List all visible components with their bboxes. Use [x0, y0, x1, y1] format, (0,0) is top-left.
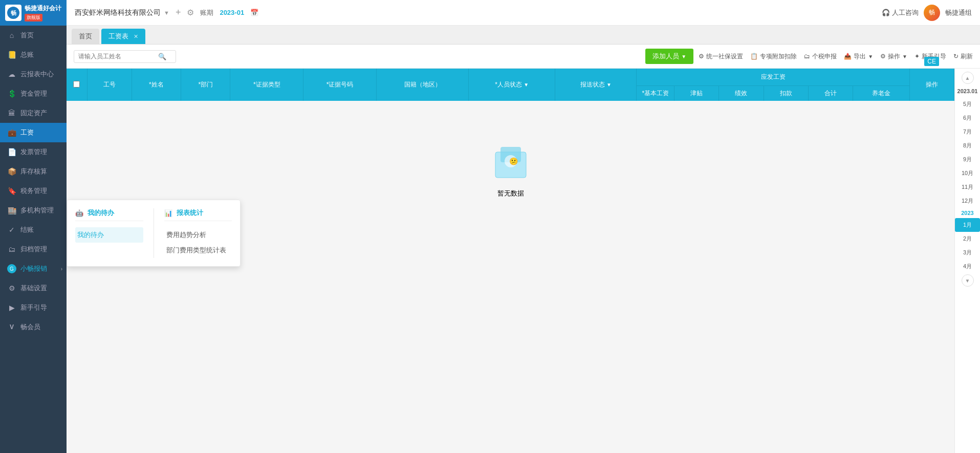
- sidebar-item-cloud-reports[interactable]: ☁ 云报表中心: [0, 64, 67, 84]
- period-7[interactable]: 7月: [955, 125, 980, 139]
- sidebar-item-label: 工资: [20, 128, 34, 137]
- period-5[interactable]: 5月: [955, 97, 980, 111]
- logo-icon: 畅: [5, 5, 21, 21]
- refresh-btn[interactable]: ↻ 刷新: [953, 52, 973, 61]
- special-deduction-btn[interactable]: 📋 专项附加扣除: [750, 52, 797, 61]
- period-11[interactable]: 11月: [955, 180, 980, 194]
- period-1[interactable]: 1月: [955, 218, 980, 232]
- col-deductions: 扣款: [764, 86, 808, 101]
- period-3[interactable]: 3月: [955, 246, 980, 260]
- sidebar-item-basic-settings[interactable]: ⚙ 基础设置: [0, 278, 67, 298]
- sidebar: 畅 畅捷通好会计 旗舰版 ⌂ 首页 📒 总账 ☁ 云报表中心 💲 资金管理 🏛 …: [0, 0, 67, 453]
- sidebar-item-home[interactable]: ⌂ 首页: [0, 26, 67, 45]
- add-person-button[interactable]: 添加人员 ▼: [645, 49, 693, 64]
- chevron-down-icon: ▼: [164, 10, 169, 16]
- sidebar-item-payroll[interactable]: 💼 工资: [0, 123, 67, 142]
- col-total: 合计: [808, 86, 853, 101]
- dropdown-item-my-todo[interactable]: 我的待办: [75, 227, 143, 243]
- sidebar-item-label: 新手引导: [20, 303, 47, 312]
- col-checkbox[interactable]: [67, 69, 87, 101]
- sidebar-item-membership[interactable]: V 畅会员: [0, 317, 67, 337]
- period-sidebar: ▲ 2023.01 5月 6月 7月 8月 9月 10月 11月 12月 202…: [954, 69, 980, 453]
- sidebar-item-inventory[interactable]: 📦 库存核算: [0, 162, 67, 181]
- archive-icon: 🗂: [7, 245, 16, 253]
- col-emp-no: 工号: [87, 69, 132, 101]
- ce-badge: CE: [924, 57, 939, 66]
- sidebar-item-label: 多机构管理: [20, 206, 54, 215]
- dropdown-item-dept-expense[interactable]: 部门费用类型统计表: [164, 243, 232, 258]
- app-badge: 旗舰版: [25, 14, 42, 21]
- sidebar-item-fixed-assets[interactable]: 🏛 固定资产: [0, 103, 67, 123]
- chevron-down-icon: ▼: [902, 54, 907, 59]
- col-pension: 养老金: [853, 86, 910, 101]
- customer-service-btn[interactable]: 🎧 人工咨询: [882, 8, 919, 17]
- sidebar-item-multi-org[interactable]: 🏬 多机构管理: [0, 201, 67, 220]
- dropdown-col-todo: 🤖 我的待办 我的待办: [75, 208, 143, 258]
- sidebar-item-archive[interactable]: 🗂 归档管理: [0, 240, 67, 259]
- operations-btn[interactable]: ⚙ 操作 ▼: [880, 52, 907, 61]
- toolbar: 🔍 添加人员 ▼ ⚙ 统一社保设置 📋 专项附加扣除 🗂 个税申报 📤 导出 ▼: [67, 45, 980, 69]
- period-down-btn[interactable]: ▼: [962, 274, 974, 287]
- chart-icon: 📊: [164, 209, 172, 217]
- search-box[interactable]: 🔍: [74, 50, 176, 63]
- settings-icon[interactable]: ⚙: [187, 8, 194, 17]
- user-avatar[interactable]: 畅: [924, 5, 940, 21]
- sidebar-item-label: 发票管理: [20, 147, 47, 157]
- chevron-down-icon: ▼: [681, 54, 686, 59]
- payroll-icon: 💼: [7, 128, 16, 137]
- tax-report-btn[interactable]: 🗂 个税申报: [804, 52, 837, 61]
- star-icon: ✦: [914, 53, 920, 60]
- col-allowance: 津贴: [674, 86, 719, 101]
- sidebar-item-tax[interactable]: 🔖 税务管理: [0, 181, 67, 201]
- sidebar-item-general-ledger[interactable]: 📒 总账: [0, 45, 67, 64]
- sidebar-item-invoice[interactable]: 📄 发票管理: [0, 142, 67, 162]
- period-up-btn[interactable]: ▲: [962, 72, 974, 84]
- sidebar-item-fund-mgmt[interactable]: 💲 资金管理: [0, 84, 67, 103]
- col-send-status: 报送状态 ▼: [555, 69, 636, 101]
- company-selector[interactable]: 西安虾米网络科技有限公司 ▼: [75, 8, 169, 17]
- period-year-2023: 2023: [960, 208, 974, 218]
- fund-icon: 💲: [7, 90, 16, 98]
- period-2[interactable]: 2月: [955, 232, 980, 246]
- tab-payroll[interactable]: 工资表 ✕: [101, 29, 145, 44]
- table-header-row: 工号 *姓名 *部门 *证据类型 *证据号码 国籍（地区） *人员状态 ▼: [67, 69, 954, 86]
- export-icon: 📤: [844, 53, 852, 60]
- period-10[interactable]: 10月: [955, 166, 980, 180]
- col-status: *人员状态 ▼: [469, 69, 555, 101]
- close-tab-icon[interactable]: ✕: [134, 33, 138, 39]
- empty-text: 暂无数据: [497, 189, 524, 198]
- sidebar-item-label: 归档管理: [20, 245, 47, 254]
- dropdown-item-expense-trend[interactable]: 费用趋势分析: [164, 227, 232, 243]
- select-all-checkbox[interactable]: [73, 81, 80, 88]
- sidebar-item-new-guide[interactable]: ▶ 新手引导: [0, 298, 67, 317]
- filter-icon[interactable]: ▼: [606, 82, 612, 88]
- gear-icon: ⚙: [880, 53, 886, 60]
- col-country: 国籍（地区）: [377, 69, 469, 101]
- chevron-down-icon: ▼: [868, 54, 873, 59]
- sidebar-item-xiaochang[interactable]: G 小畅报销 ›: [0, 259, 67, 278]
- period-12[interactable]: 12月: [955, 194, 980, 208]
- refresh-icon: ↻: [953, 53, 959, 60]
- tab-home[interactable]: 首页: [72, 29, 99, 44]
- dropdown-col-reports-title: 📊 报表统计: [164, 208, 232, 221]
- export-btn[interactable]: 📤 导出 ▼: [844, 52, 873, 61]
- tab-bar: 首页 工资表 ✕: [67, 26, 980, 45]
- period-6[interactable]: 6月: [955, 111, 980, 125]
- col-id-no: *证据号码: [303, 69, 377, 101]
- search-input[interactable]: [78, 53, 155, 60]
- member-icon: V: [7, 323, 16, 331]
- social-security-btn[interactable]: ⚙ 统一社保设置: [699, 52, 743, 61]
- app-logo[interactable]: 畅 畅捷通好会计 旗舰版: [0, 0, 67, 26]
- sidebar-item-checkout[interactable]: ✓ 结账: [0, 220, 67, 240]
- period-8[interactable]: 8月: [955, 139, 980, 153]
- add-company-btn[interactable]: +: [176, 7, 181, 18]
- svg-text:畅: 畅: [11, 10, 16, 16]
- period-4[interactable]: 4月: [955, 260, 980, 273]
- calendar-icon[interactable]: 📅: [250, 9, 258, 16]
- app-title: 畅捷通好会计: [25, 4, 61, 13]
- todo-icon: 🤖: [75, 209, 83, 217]
- filter-icon[interactable]: ▼: [524, 82, 529, 88]
- sidebar-item-label: 税务管理: [20, 186, 47, 196]
- period-9[interactable]: 9月: [955, 153, 980, 166]
- header-actions: 🎧 人工咨询 畅 畅捷通组: [882, 5, 972, 21]
